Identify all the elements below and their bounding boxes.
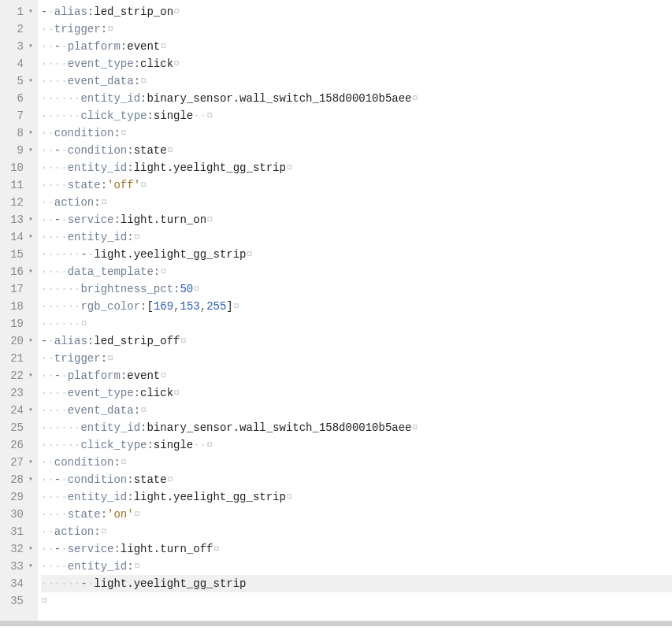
fold-toggle-icon[interactable]: ▾ [27, 263, 35, 280]
code-line[interactable]: -·alias:led_strip_on¤ [41, 3, 672, 20]
code-line[interactable]: ····event_type:click¤ [41, 55, 672, 72]
fold-toggle-icon[interactable]: ▾ [27, 471, 35, 488]
yaml-key: action [54, 525, 94, 538]
fold-toggle-icon[interactable]: ▾ [27, 402, 35, 419]
code-line[interactable]: ······entity_id:binary_sensor.wall_switc… [41, 90, 672, 107]
yaml-key: entity_id [68, 560, 128, 573]
code-line[interactable]: ······¤ [41, 315, 672, 332]
code-line[interactable]: ······-·light.yeelight_gg_strip¤ [41, 246, 672, 263]
code-line[interactable]: ······click_type:single··¤ [41, 107, 672, 124]
whitespace-marker: · [200, 109, 206, 122]
yaml-punct: : [113, 543, 120, 555]
gutter-line: 33▾ [0, 558, 36, 575]
code-line[interactable]: -·alias:led_strip_off¤ [41, 332, 672, 350]
yaml-key: condition [68, 473, 128, 486]
fold-toggle-icon[interactable]: ▾ [27, 38, 35, 55]
eol-marker: ¤ [167, 473, 173, 486]
yaml-key: trigger [54, 23, 101, 35]
yaml-punct: : [113, 127, 120, 139]
yaml-key: entity_id [80, 421, 140, 434]
code-line[interactable]: ··condition:¤ [41, 124, 672, 142]
code-line[interactable]: ··-·platform:event¤ [41, 38, 672, 55]
code-line[interactable]: ······rgb_color:[169,153,255]¤ [41, 298, 672, 315]
eol-marker: ¤ [160, 369, 166, 382]
yaml-key: entity_id [68, 231, 128, 243]
gutter-line: 30 [0, 506, 36, 523]
gutter-line: 24▾ [0, 402, 36, 419]
yaml-number: 153 [180, 300, 200, 313]
code-line[interactable]: ······brightness_pct:50¤ [41, 280, 672, 298]
code-line[interactable]: ··action:¤ [41, 194, 672, 211]
gutter-line: 8▾ [0, 124, 36, 142]
fold-toggle-icon[interactable]: ▾ [27, 540, 35, 558]
code-line[interactable]: ······entity_id:binary_sensor.wall_switc… [41, 419, 672, 436]
code-line[interactable]: ··-·service:light.turn_off¤ [41, 540, 672, 558]
whitespace-marker: · [193, 109, 199, 122]
gutter-line: 2 [0, 20, 36, 38]
yaml-key: event_data [68, 404, 134, 417]
code-line[interactable]: ¤ [41, 592, 672, 610]
code-line[interactable]: ····state:'off'¤ [41, 176, 672, 194]
fold-toggle-icon[interactable]: ▾ [27, 124, 35, 142]
line-number: 9 [17, 142, 27, 159]
code-line[interactable]: ··-·condition:state¤ [41, 471, 672, 488]
yaml-punct: : [127, 491, 133, 503]
yaml-key: brightness_pct [80, 283, 173, 295]
line-number: 2 [17, 20, 27, 38]
yaml-punct: : [121, 40, 127, 53]
line-number: 4 [17, 55, 27, 72]
line-number: 16 [10, 263, 27, 280]
code-line[interactable]: ····entity_id:light.yeelight_gg_strip¤ [41, 488, 672, 506]
yaml-key: entity_id [68, 491, 128, 503]
code-line[interactable]: ····event_type:click¤ [41, 384, 672, 402]
yaml-key: entity_id [80, 92, 140, 105]
gutter-line: 18 [0, 298, 36, 315]
code-line[interactable]: ····entity_id:¤ [41, 558, 672, 575]
code-line[interactable]: ······-·light.yeelight_gg_strip [41, 575, 672, 592]
fold-toggle-icon[interactable]: ▾ [27, 228, 35, 246]
fold-toggle-icon[interactable]: ▾ [27, 3, 35, 20]
fold-toggle-icon[interactable]: ▾ [27, 211, 35, 228]
code-area[interactable]: -·alias:led_strip_on¤··trigger:¤··-·plat… [38, 0, 672, 621]
code-editor[interactable]: 1▾23▾45▾678▾9▾10111213▾14▾1516▾17181920▾… [0, 0, 672, 626]
line-number: 12 [10, 194, 27, 211]
code-line[interactable]: ······click_type:single··¤ [41, 436, 672, 454]
eol-marker: ¤ [140, 404, 147, 417]
eol-marker: ¤ [107, 352, 113, 365]
code-line[interactable]: ··condition:¤ [41, 454, 672, 471]
yaml-punct: : [147, 439, 153, 451]
gutter-line: 21 [0, 350, 36, 367]
fold-toggle-icon[interactable]: ▾ [27, 142, 35, 159]
fold-toggle-icon[interactable]: ▾ [27, 72, 35, 90]
fold-toggle-icon[interactable]: ▾ [27, 332, 35, 350]
line-number: 5 [17, 72, 27, 90]
code-line[interactable]: ··action:¤ [41, 523, 672, 540]
yaml-punct: : [101, 179, 107, 191]
code-line[interactable]: ··trigger:¤ [41, 20, 672, 38]
gutter-line: 35 [0, 592, 36, 610]
fold-toggle-icon[interactable]: ▾ [27, 367, 35, 384]
code-line[interactable]: ····data_template:¤ [41, 263, 672, 280]
code-line[interactable]: ····event_data:¤ [41, 402, 672, 419]
line-number: 22 [10, 367, 27, 384]
fold-toggle-icon[interactable]: ▾ [27, 558, 35, 575]
code-line[interactable]: ··-·service:light.turn_on¤ [41, 211, 672, 228]
code-line[interactable]: ····entity_id:¤ [41, 228, 672, 246]
yaml-value: light.yeelight_gg_strip [134, 161, 286, 174]
code-line[interactable]: ····event_data:¤ [41, 72, 672, 90]
fold-toggle-icon[interactable]: ▾ [27, 454, 35, 471]
yaml-value: click [140, 387, 173, 399]
code-line[interactable]: ····state:'on'¤ [41, 506, 672, 523]
code-line[interactable]: ··trigger:¤ [41, 350, 672, 367]
gutter-line: 19 [0, 315, 36, 332]
line-number: 3 [17, 38, 27, 55]
yaml-punct: : [134, 387, 140, 399]
code-line[interactable]: ··-·condition:state¤ [41, 142, 672, 159]
eol-marker: ¤ [134, 231, 140, 243]
whitespace-marker: · [200, 439, 206, 451]
gutter-line: 28▾ [0, 471, 36, 488]
yaml-key: event_type [68, 387, 134, 399]
gutter-line: 23 [0, 384, 36, 402]
code-line[interactable]: ··-·platform:event¤ [41, 367, 672, 384]
code-line[interactable]: ····entity_id:light.yeelight_gg_strip¤ [41, 159, 672, 176]
